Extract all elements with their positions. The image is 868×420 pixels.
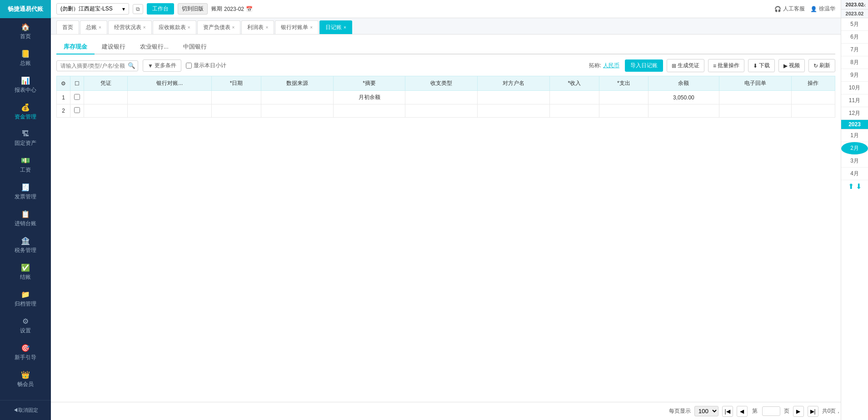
per-page-select[interactable]: 100 50 200: [694, 406, 718, 416]
cal-month-11[interactable]: 11月: [841, 94, 868, 107]
refresh-button[interactable]: ↻ 刷新: [808, 59, 835, 72]
show-today-checkbox[interactable]: [186, 63, 192, 69]
batch-op-label: 批量操作: [718, 62, 739, 69]
search-input[interactable]: [56, 60, 138, 71]
col-checkbox[interactable]: ☐: [70, 76, 84, 91]
action-toolbar: 🔍 ▼ 更多条件 显示本日小计 拓称: 人民币 导入日记账 ⊞ 生成凭证: [56, 59, 835, 72]
account-subtab-bar: 库存现金 建设银行 农业银行... 中国银行: [56, 40, 835, 54]
sidebar-item-home[interactable]: 🏠 首页: [0, 18, 51, 45]
tab-profit-label: 利润表: [247, 24, 264, 31]
sidebar-item-tax[interactable]: 🏦 税务管理: [0, 232, 51, 259]
prev-page-button[interactable]: ◀: [737, 406, 748, 417]
subtab-abc[interactable]: 农业银行...: [133, 40, 176, 54]
member-icon: 👑: [21, 371, 30, 379]
tab-balance-label: 资产负债表: [203, 24, 230, 31]
tab-journal-close[interactable]: ×: [344, 25, 346, 30]
old-version-button[interactable]: 切到旧版: [178, 3, 208, 15]
col-counterpart: 对方户名: [478, 76, 550, 91]
row-cb-1[interactable]: [70, 91, 84, 104]
cal-prev-button[interactable]: ⬆: [848, 182, 854, 191]
cal-month-6[interactable]: 6月: [841, 31, 868, 44]
unpin-sidebar[interactable]: ◀取消固定: [0, 404, 51, 416]
sidebar-item-invoice-label: 发票管理: [15, 193, 36, 201]
tab-bank-statement[interactable]: 银行对账单 ×: [275, 20, 319, 34]
calendar-close-button[interactable]: ×: [863, 2, 866, 9]
sidebar-item-funds[interactable]: 💰 资金管理: [0, 99, 51, 125]
cal-month-8[interactable]: 8月: [841, 56, 868, 69]
generate-voucher-button[interactable]: ⊞ 生成凭证: [667, 59, 704, 72]
subtab-ccb[interactable]: 建设银行: [95, 40, 133, 54]
cal-month-7[interactable]: 7月: [841, 44, 868, 56]
sidebar-item-reports[interactable]: 📊 报表中心: [0, 72, 51, 99]
tab-journal[interactable]: 日记账 ×: [319, 20, 352, 34]
tab-business[interactable]: 经营状况表 ×: [108, 20, 152, 34]
cal-month-3[interactable]: 3月: [841, 155, 868, 168]
video-button[interactable]: ▶ 视频: [778, 59, 805, 72]
first-page-button[interactable]: |◀: [722, 406, 733, 417]
tab-ledger[interactable]: 总账 ×: [80, 20, 107, 34]
tab-balance[interactable]: 资产负债表 ×: [197, 20, 241, 34]
cal-next-button[interactable]: ⬇: [856, 182, 862, 191]
copy-button[interactable]: ⧉: [133, 4, 143, 14]
sidebar-item-guide[interactable]: 🎯 新手引导: [0, 339, 51, 366]
col-bank-ref: 银行对账...: [128, 76, 212, 91]
period-value: 2023-02: [224, 6, 244, 12]
page-input[interactable]: 1: [762, 406, 780, 416]
last-page-button[interactable]: ▶|: [808, 406, 818, 417]
cal-month-12[interactable]: 12月: [841, 107, 868, 120]
user-menu[interactable]: 👤 徐温华: [810, 5, 835, 13]
cal-month-2[interactable]: 2月: [841, 142, 868, 155]
search-button[interactable]: 🔍: [128, 62, 135, 69]
calendar-icon[interactable]: 📅: [246, 6, 253, 12]
workbench-button[interactable]: 工作台: [147, 3, 174, 15]
tab-profit[interactable]: 利润表 ×: [241, 20, 274, 34]
sidebar-item-funds-label: 资金管理: [15, 113, 36, 121]
show-today-checkbox-wrap[interactable]: 显示本日小计: [186, 62, 226, 69]
next-page-button[interactable]: ▶: [793, 406, 804, 417]
tab-balance-close[interactable]: ×: [232, 25, 235, 30]
cal-month-1[interactable]: 1月: [841, 129, 868, 142]
cal-month-9[interactable]: 9月: [841, 69, 868, 82]
tab-home[interactable]: 首页: [56, 20, 79, 34]
row-cb-2[interactable]: [70, 104, 84, 118]
tab-business-close[interactable]: ×: [143, 25, 146, 30]
col-settings[interactable]: ⚙: [57, 76, 70, 91]
col-source: 数据来源: [261, 76, 333, 91]
human-service[interactable]: 🎧 人工客服: [774, 5, 805, 13]
cal-prev-year-section: 2023.02 5月 6月 7月 8月 9月 10月 11月 12月: [841, 10, 868, 120]
headset-icon: 🎧: [774, 6, 781, 12]
subtab-boc[interactable]: 中国银行: [176, 40, 214, 54]
sidebar-item-member[interactable]: 👑 畅会员: [0, 366, 51, 393]
sidebar-item-payroll[interactable]: 💵 工资: [0, 152, 51, 178]
topbar: (勿删）江西超宝-LSS ▾ ⧉ 工作台 切到旧版 账期 2023-02 📅 🎧…: [51, 0, 841, 18]
cal-month-10[interactable]: 10月: [841, 82, 868, 94]
sidebar-item-archive[interactable]: 📁 归档管理: [0, 286, 51, 312]
sidebar-item-sales-ledger[interactable]: 📋 进销台账: [0, 205, 51, 232]
download-button[interactable]: ⬇ 下载: [748, 59, 775, 72]
subtab-cash[interactable]: 库存现金: [56, 40, 95, 54]
pagination-bar: 每页显示 100 50 200 |◀ ◀ 第 1 页 ▶ ▶| 共0页，0条记录: [51, 402, 841, 420]
row-balance-1: 3,050.00: [649, 91, 719, 104]
col-voucher: 凭证: [84, 76, 128, 91]
sidebar-item-invoice[interactable]: 🧾 发票管理: [0, 178, 51, 205]
currency-value[interactable]: 人民币: [603, 62, 619, 69]
tab-ledger-close[interactable]: ×: [99, 25, 101, 30]
tab-receivable[interactable]: 应收账款表 ×: [153, 20, 196, 34]
cal-month-5[interactable]: 5月: [841, 18, 868, 31]
generate-voucher-label: 生成凭证: [678, 62, 699, 69]
tab-receivable-close[interactable]: ×: [188, 25, 190, 30]
sidebar-item-close[interactable]: ✅ 结账: [0, 259, 51, 286]
import-journal-button[interactable]: 导入日记账: [625, 59, 663, 72]
row-type-1: [405, 91, 478, 104]
row-bank-ref-1: [128, 91, 212, 104]
cal-month-4[interactable]: 4月: [841, 168, 868, 180]
more-filter-button[interactable]: ▼ 更多条件: [143, 59, 181, 72]
tab-bank-statement-close[interactable]: ×: [310, 25, 313, 30]
tab-profit-close[interactable]: ×: [265, 25, 268, 30]
topbar-right: 🎧 人工客服 👤 徐温华: [774, 5, 835, 13]
company-selector[interactable]: (勿删）江西超宝-LSS ▾: [56, 3, 129, 15]
batch-op-button[interactable]: ≡ 批量操作: [708, 59, 744, 72]
sidebar-item-assets[interactable]: 🏗 固定资产: [0, 125, 51, 152]
sidebar-item-settings[interactable]: ⚙ 设置: [0, 312, 51, 339]
sidebar-item-ledger[interactable]: 📒 总账: [0, 45, 51, 72]
